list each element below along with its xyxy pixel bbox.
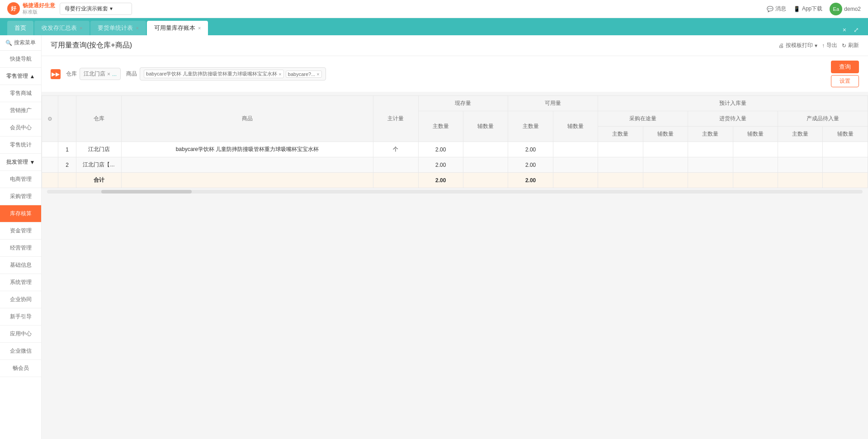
refresh-label: 刷新 <box>848 42 859 49</box>
sidebar-item-app-center[interactable]: 应用中心 <box>0 326 41 343</box>
tab-goods-stat-close[interactable]: × <box>136 25 138 31</box>
tab-receive-pay-label: 收发存汇总表 <box>42 24 77 32</box>
logo-text-area: 畅捷通好生意 标准版 <box>23 2 55 15</box>
sidebar-item-retail-stats[interactable]: 零售统计 <box>0 137 41 154</box>
logo-sub: 标准版 <box>23 9 55 15</box>
table-row: 1 江北门店 babycare学饮杯 儿童防摔防撞吸管杯重力球吸嘴杯宝宝水杯 个 <box>42 142 868 157</box>
tab-receive-pay-close[interactable]: × <box>80 25 82 31</box>
th-production-sub: 产成品待入量 <box>778 111 868 127</box>
warehouse-more-btn[interactable]: ... <box>112 71 117 77</box>
sidebar-item-marketing-label: 营销推广 <box>10 107 32 114</box>
td-purchase-main-1 <box>598 142 643 157</box>
app-download-label: App下载 <box>802 5 822 13</box>
sidebar-item-inventory-check-label: 库存核算 <box>10 210 32 217</box>
tab-receive-pay[interactable]: 收发存汇总表 × <box>34 21 90 35</box>
td-unit-2 <box>373 157 418 173</box>
scroll-thumb[interactable] <box>101 190 192 194</box>
sidebar-item-retail-mgmt[interactable]: 零售管理 ▲ <box>0 68 41 85</box>
product-tag-1: babycare学饮杯 儿童防摔防撞吸管杯重力球吸嘴杯宝宝水杯 × <box>144 70 284 78</box>
message-action[interactable]: 💬 消息 <box>767 5 786 13</box>
sidebar-item-member-center[interactable]: 会员中心 <box>0 119 41 137</box>
close-all-tabs-btn[interactable]: × <box>841 24 848 35</box>
product-filter: 商品 babycare学饮杯 儿童防摔防撞吸管杯重力球吸嘴杯宝宝水杯 × bab… <box>126 67 326 80</box>
sidebar-item-wholesale-mgmt-label: 批发管理 <box>6 158 28 166</box>
td-summary-current-main: 2.00 <box>418 173 463 188</box>
td-summary-warehouse: 合计 <box>76 173 122 188</box>
sidebar-item-app-center-label: 应用中心 <box>10 330 32 338</box>
sidebar-item-ecommerce-mgmt[interactable]: 电商管理 <box>0 171 41 188</box>
sidebar-item-wholesale-mgmt[interactable]: 批发管理 ▼ <box>0 154 41 171</box>
scroll-track[interactable] <box>47 190 863 194</box>
sidebar-item-system-mgmt[interactable]: 系统管理 <box>0 274 41 291</box>
td-settings-2 <box>42 157 58 173</box>
td-unit-1: 个 <box>373 142 418 157</box>
product-tag-2-del[interactable]: × <box>316 71 319 77</box>
th-available-main-qty: 主数量 <box>508 111 553 142</box>
page-title: 可用量查询(按仓库+商品) <box>51 41 132 50</box>
td-summary-unit <box>373 173 418 188</box>
td-summary-production-main <box>778 173 823 188</box>
sidebar-item-retail-mall[interactable]: 零售商城 <box>0 85 41 102</box>
main-content: 可用量查询(按仓库+商品) 🖨 按模板打印 ▾ ↑ 导出 ↻ 刷新 ▶▶ <box>42 35 868 439</box>
setting-button[interactable]: 设置 <box>831 75 859 87</box>
sidebar-search[interactable]: 🔍 搜索菜单 <box>0 35 41 51</box>
product-tag-1-del[interactable]: × <box>278 71 281 77</box>
warehouse-tag: 江北门店 <box>84 70 105 78</box>
th-available-group: 可用量 <box>508 96 598 111</box>
td-summary-settings <box>42 173 58 188</box>
sidebar-item-enterprise-wechat[interactable]: 企业微信 <box>0 343 41 360</box>
expand-filter-btn[interactable]: ▶▶ <box>51 69 61 79</box>
th-planned-group: 预计入库量 <box>598 96 868 111</box>
th-current-stock-group: 现存量 <box>418 96 508 111</box>
sidebar-item-system-mgmt-label: 系统管理 <box>10 279 32 286</box>
column-settings-icon[interactable]: ⚙ <box>47 116 52 122</box>
sidebar-quick-nav[interactable]: 快捷导航 <box>0 51 41 68</box>
query-button[interactable]: 查询 <box>831 61 859 73</box>
td-summary-purchase-main <box>598 173 643 188</box>
sidebar-item-operation-mgmt[interactable]: 经营管理 <box>0 240 41 257</box>
product-input[interactable]: babycare学饮杯 儿童防摔防撞吸管杯重力球吸嘴杯宝宝水杯 × babyca… <box>140 67 326 80</box>
chevron-down-icon: ▼ <box>30 159 35 165</box>
sidebar-item-marketing[interactable]: 营销推广 <box>0 102 41 119</box>
td-num-2: 2 <box>58 157 76 173</box>
sidebar-item-enterprise-wechat-label: 企业微信 <box>10 347 32 355</box>
refresh-icon: ↻ <box>842 42 846 49</box>
sidebar-item-inventory-check[interactable]: 库存核算 <box>0 205 41 222</box>
fullscreen-btn[interactable]: ⤢ <box>852 24 861 35</box>
td-current-main-1: 2.00 <box>418 142 463 157</box>
product-tag-2-text: babycare?... <box>288 71 316 77</box>
th-purchase-aux-qty: 辅数量 <box>643 127 688 142</box>
filter-bar: ▶▶ 仓库 江北门店 × ... 商品 babycare学饮杯 儿童防摔防撞吸管… <box>42 56 868 92</box>
sidebar-item-basic-info[interactable]: 基础信息 <box>0 257 41 274</box>
company-select[interactable]: 母婴行业演示账套 ▾ <box>60 3 132 15</box>
th-incoming-aux-qty: 辅数量 <box>733 127 778 142</box>
avatar-text: Ea <box>833 6 839 12</box>
td-summary-current-aux <box>463 173 508 188</box>
refresh-btn[interactable]: ↻ 刷新 <box>842 42 859 49</box>
layout: 🔍 搜索菜单 快捷导航 零售管理 ▲ 零售商城 营销推广 会员中心 零售统计 批… <box>0 35 868 439</box>
sidebar-item-new-guide[interactable]: 新手引导 <box>0 308 41 326</box>
tab-home[interactable]: 首页 <box>7 21 33 35</box>
table-container: ⚙ 仓库 商品 主计量 现存量 <box>42 95 868 188</box>
user-action[interactable]: Ea demo2 <box>830 3 861 15</box>
sidebar-item-retail-mall-label: 零售商城 <box>10 90 32 97</box>
warehouse-input[interactable]: 江北门店 × ... <box>80 68 121 80</box>
tab-available-stock-label: 可用量库存账本 <box>154 24 195 32</box>
export-btn[interactable]: ↑ 导出 <box>822 42 837 49</box>
sidebar-item-purchase-mgmt[interactable]: 采购管理 <box>0 188 41 205</box>
nav-end-actions: × ⤢ <box>841 24 861 35</box>
sidebar-item-finance-mgmt[interactable]: 资金管理 <box>0 222 41 240</box>
td-summary-purchase-aux <box>643 173 688 188</box>
td-current-main-2: 2.00 <box>418 157 463 173</box>
td-incoming-aux-1 <box>733 142 778 157</box>
td-purchase-main-2 <box>598 157 643 173</box>
sidebar-item-enterprise-collab[interactable]: 企业协同 <box>0 291 41 308</box>
filter-actions: 查询 设置 <box>831 61 859 87</box>
template-print-btn[interactable]: 🖨 按模板打印 ▾ <box>778 42 817 49</box>
tab-available-stock[interactable]: 可用量库存账本 × <box>147 21 208 35</box>
sidebar-item-member-pro[interactable]: 畅会员 <box>0 360 41 377</box>
tab-goods-stat[interactable]: 要货单统计表 × <box>90 21 146 35</box>
tab-available-stock-close[interactable]: × <box>198 25 201 31</box>
warehouse-tag-del[interactable]: × <box>107 71 110 77</box>
app-download-action[interactable]: 📱 App下载 <box>793 5 822 13</box>
